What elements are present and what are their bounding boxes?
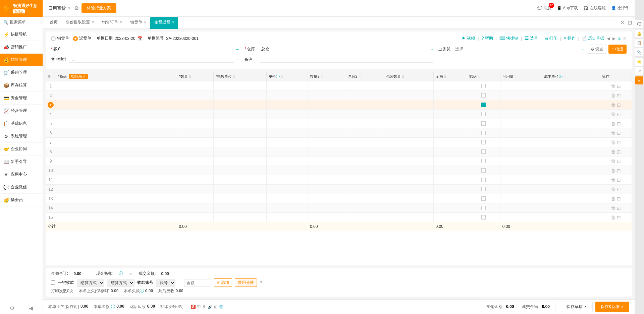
delete-row-icon[interactable]: 🗑 — [611, 149, 615, 154]
available-cell[interactable] — [500, 110, 542, 119]
gift-checkbox[interactable] — [481, 84, 486, 88]
list-view-icon[interactable]: ⊞ — [623, 36, 627, 41]
pkg-qty-cell[interactable] — [384, 194, 433, 203]
price-cell[interactable] — [266, 185, 308, 194]
qty-cell[interactable] — [177, 128, 213, 138]
gift-checkbox[interactable] — [481, 149, 486, 154]
gift-cell[interactable] — [467, 138, 500, 147]
sidebar-item-system[interactable]: ⚙ 系统管理 — [0, 130, 43, 143]
sidebar-item-inventory[interactable]: 📦 库存核算 — [0, 79, 43, 92]
history-btn[interactable]: 📄 历史单据 — [582, 36, 604, 41]
collapse-icon[interactable]: ◀ — [29, 305, 33, 311]
save-new-button[interactable]: 保存&新增 ∧ — [595, 302, 629, 312]
history-next-icon[interactable]: ▶ — [612, 36, 615, 41]
qty2-cell[interactable] — [308, 156, 346, 166]
unit2-cell[interactable] — [346, 166, 384, 175]
available-sort[interactable]: ⇅ — [514, 75, 517, 78]
gift-cell[interactable] — [467, 213, 500, 222]
copy-row-icon[interactable]: ⊡ — [617, 112, 621, 117]
available-cell[interactable] — [500, 91, 542, 100]
amount-cell[interactable] — [434, 91, 467, 100]
sidebar-item-wechat[interactable]: 💬 企业微信 — [0, 181, 43, 194]
settings-bottom-icon[interactable]: ⚙ — [10, 305, 14, 311]
unit-cell[interactable] — [213, 185, 266, 194]
product-cell[interactable] — [56, 147, 177, 156]
unit-cell[interactable] — [213, 203, 266, 213]
delete-row-icon[interactable]: 🗑 — [611, 102, 615, 108]
close-all-icon[interactable]: ✕ — [621, 19, 625, 26]
amount-cell[interactable] — [434, 156, 467, 166]
cost-price-cell[interactable] — [542, 185, 600, 194]
sidebar-item-guide[interactable]: 📖 新手引导 — [0, 155, 43, 168]
qty-cell[interactable] — [177, 166, 213, 175]
unit-cell[interactable] — [213, 128, 266, 138]
copy-row-icon[interactable]: ⊡ — [617, 177, 621, 183]
delete-row-icon[interactable]: 🗑 — [611, 177, 615, 183]
amount-cell[interactable] — [434, 166, 467, 175]
price-cell[interactable] — [266, 175, 308, 185]
available-cell[interactable] — [500, 175, 542, 185]
price-cell[interactable] — [266, 128, 308, 138]
help-btn[interactable]: ? 帮助 — [482, 36, 493, 41]
cost-price-cell[interactable] — [542, 203, 600, 213]
available-cell[interactable] — [500, 194, 542, 203]
gift-checkbox[interactable] — [481, 121, 486, 126]
price-cell[interactable] — [266, 147, 308, 156]
amount-cell[interactable] — [434, 110, 467, 119]
category-selector[interactable]: 日用百货 ▼ — [48, 5, 71, 11]
cost-price-cell[interactable] — [542, 91, 600, 100]
cost-price-cell[interactable] — [542, 175, 600, 185]
gift-cell[interactable] — [467, 100, 500, 110]
remark-input[interactable] — [260, 56, 433, 63]
available-cell[interactable] — [500, 128, 542, 138]
tab-sales-order-close[interactable]: × — [120, 20, 122, 24]
tab-price-settings[interactable]: 售价提取设置 × — [62, 17, 98, 29]
cost-price-cell[interactable] — [542, 213, 600, 222]
copy-row-icon[interactable]: ⊡ — [617, 149, 621, 154]
product-cell[interactable] — [56, 203, 177, 213]
save-draft-button[interactable]: 保存草稿 ∧ — [561, 302, 593, 312]
available-cell[interactable] — [500, 81, 542, 91]
unit2-sort[interactable]: ⇅ — [358, 75, 361, 78]
gift-cell[interactable] — [467, 185, 500, 194]
price-cell[interactable] — [266, 119, 308, 128]
sidebar-item-search[interactable]: 🔍 搜索菜单 — [0, 17, 43, 28]
amount-more-btn[interactable]: ··· — [178, 280, 181, 285]
sidebar-item-sales[interactable]: 💰 销售管理 — [0, 54, 43, 66]
unit2-cell[interactable] — [346, 138, 384, 147]
amount-cell[interactable] — [434, 100, 467, 110]
unit2-cell[interactable] — [346, 194, 384, 203]
price-info-icon[interactable]: ⓘ — [276, 74, 280, 78]
qty2-cell[interactable] — [308, 166, 346, 175]
message-area[interactable]: 💬 70 消息 — [537, 5, 551, 11]
pkg-qty-cell[interactable] — [384, 175, 433, 185]
product-cell[interactable] — [56, 185, 177, 194]
pkg-qty-cell[interactable] — [384, 203, 433, 213]
qty-cell[interactable] — [177, 119, 213, 128]
settings-button[interactable]: ⚙ 设置 — [588, 45, 606, 54]
unit2-cell[interactable] — [346, 175, 384, 185]
radio-return[interactable]: 退货单 — [73, 36, 91, 41]
gift-checkbox[interactable] — [481, 206, 486, 210]
unit-cell[interactable] — [213, 100, 266, 110]
account-select[interactable]: 账号 — [156, 279, 175, 287]
tab-sales[interactable]: 销货单 × — [126, 17, 150, 29]
copy-row-icon[interactable]: ⊡ — [617, 159, 621, 164]
tab-sales-close[interactable]: × — [144, 20, 146, 24]
product-cell[interactable] — [56, 138, 177, 147]
gift-checkbox[interactable] — [481, 196, 486, 201]
qty-cell[interactable] — [177, 81, 213, 91]
delete-row-icon[interactable]: 🗑 — [611, 121, 615, 126]
amount-cell[interactable] — [434, 147, 467, 156]
qty-cell[interactable] — [177, 100, 213, 110]
online-service-link[interactable]: 🎧 在线客服 — [583, 5, 605, 11]
qty2-cell[interactable] — [308, 194, 346, 203]
qty2-cell[interactable] — [308, 110, 346, 119]
delete-row-icon[interactable]: 🗑 — [611, 112, 615, 117]
tab-price-close[interactable]: × — [92, 20, 94, 24]
tab-sales-order[interactable]: 销售订单 × — [98, 17, 126, 29]
add-row-btn[interactable]: + — [48, 102, 54, 108]
qty2-cell[interactable] — [308, 100, 346, 110]
unit2-cell[interactable] — [346, 100, 384, 110]
qty-cell[interactable] — [177, 138, 213, 147]
